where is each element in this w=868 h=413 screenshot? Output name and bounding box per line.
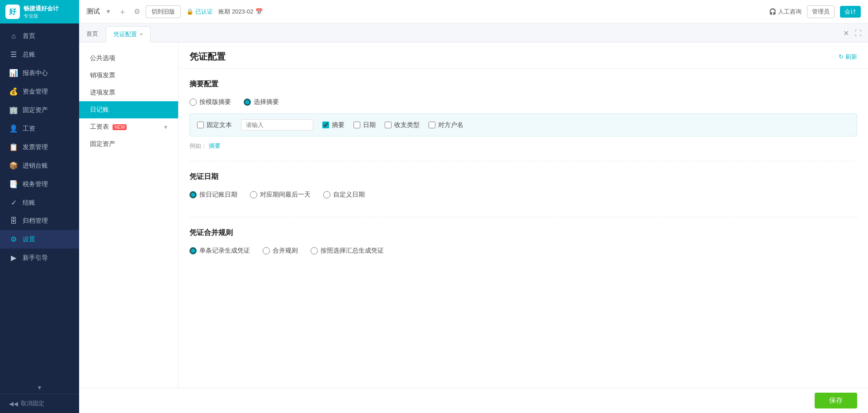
tab-close-icon[interactable]: × — [140, 31, 143, 38]
wage-icon: 👤 — [9, 124, 18, 133]
close-period-icon: ✓ — [9, 198, 18, 207]
date-radio-group: 按日记账日期 对应期间最后一天 自定义日期 — [189, 191, 857, 199]
date-radio-custom[interactable]: 自定义日期 — [323, 191, 365, 199]
cancel-fixed-btn[interactable]: ◀◀ 取消固定 — [0, 394, 79, 413]
save-button[interactable]: 保存 — [815, 393, 857, 408]
sidebar-item-archive[interactable]: 🗄 归档管理 — [0, 212, 79, 230]
right-panel: 凭证配置 ↻ 刷新 摘要配置 按模版摘要 — [179, 42, 868, 413]
checkbox-date[interactable]: 日期 — [354, 121, 376, 129]
tab-voucher-config[interactable]: 凭证配置 × — [106, 26, 151, 42]
nav-fixed-assets[interactable]: 固定资产 — [79, 136, 178, 153]
topbar: 测试 ▼ ＋ ⚙ 切到旧版 🔒 已认证 账期 2023-02 📅 🎧 人工咨询 … — [79, 0, 868, 23]
summary-radio-group: 按模版摘要 选择摘要 — [189, 98, 857, 106]
fixed-text-input[interactable] — [241, 119, 313, 131]
select-summary-input[interactable] — [311, 247, 318, 254]
sidebar-item-invoice[interactable]: 📋 发票管理 — [0, 138, 79, 156]
abstract-checkbox[interactable] — [322, 122, 329, 128]
date-title: 凭证日期 — [189, 172, 857, 182]
calendar-icon[interactable]: 📅 — [255, 8, 263, 15]
refresh-button[interactable]: ↻ 刷新 — [839, 53, 857, 61]
sidebar-item-tax[interactable]: 📑 税务管理 — [0, 175, 79, 193]
sidebar-item-report[interactable]: 📊 报表中心 — [0, 64, 79, 82]
summary-section: 摘要配置 按模版摘要 选择摘要 — [189, 69, 857, 161]
sidebar-nav: ⌂ 首页 ☰ 总账 📊 报表中心 💰 资金管理 🏢 固定资产 👤 工资 📋 发票… — [0, 23, 79, 382]
sidebar-item-settings[interactable]: ⚙ 设置 — [0, 230, 79, 249]
role-button[interactable]: 会计 — [840, 6, 861, 18]
custom-date-input[interactable] — [323, 191, 330, 198]
headset-icon: 🎧 — [769, 8, 776, 15]
expand-tab-button[interactable]: ⛶ — [854, 28, 863, 38]
tab-home[interactable]: 首页 — [79, 26, 106, 42]
ledger-icon: ☰ — [9, 50, 18, 59]
merge-section: 凭证合并规则 单条记录生成凭证 合并规则 按照选择汇总生成凭证 — [189, 217, 857, 273]
switch-version-button[interactable]: 切到旧版 — [146, 5, 181, 18]
summary-template-input[interactable] — [189, 99, 197, 106]
asset-icon: 🏢 — [9, 106, 18, 114]
single-record-input[interactable] — [189, 247, 197, 254]
sidebar-item-fund[interactable]: 💰 资金管理 — [0, 82, 79, 101]
project-name: 测试 — [86, 7, 100, 16]
add-project-icon[interactable]: ＋ — [117, 6, 128, 17]
checkbox-pay-type[interactable]: 收支类型 — [385, 121, 420, 129]
sidebar-item-wage[interactable]: 👤 工资 — [0, 119, 79, 138]
tabbar: 首页 凭证配置 × ✕ ⛶ — [79, 23, 868, 42]
counterpart-checkbox[interactable] — [429, 122, 435, 128]
merge-radio-group: 单条记录生成凭证 合并规则 按照选择汇总生成凭证 — [189, 247, 857, 255]
nav-journal[interactable]: 日记账 — [79, 101, 178, 118]
bottom-bar: 保存 — [79, 388, 868, 413]
date-section: 凭证日期 按日记账日期 对应期间最后一天 自定义日期 — [189, 161, 857, 217]
tax-icon: 📑 — [9, 180, 18, 188]
pay-type-checkbox[interactable] — [385, 122, 392, 128]
fixed-text-checkbox[interactable] — [197, 122, 204, 128]
sidebar-item-guide[interactable]: ▶ 新手引导 — [0, 249, 79, 267]
summary-select-input[interactable] — [244, 99, 251, 106]
sidebar-item-asset[interactable]: 🏢 固定资产 — [0, 101, 79, 119]
summary-radio-template[interactable]: 按模版摘要 — [189, 98, 231, 106]
date-checkbox[interactable] — [354, 122, 360, 128]
sidebar-scroll-down[interactable]: ▼ — [0, 382, 79, 394]
merge-radio-single[interactable]: 单条记录生成凭证 — [189, 247, 250, 255]
merge-rule-input[interactable] — [263, 247, 270, 254]
admin-button[interactable]: 管理员 — [807, 5, 835, 18]
project-chevron-icon[interactable]: ▼ — [105, 8, 111, 15]
payroll-chevron-icon: ▾ — [164, 123, 167, 131]
trade-icon: 📦 — [9, 161, 18, 170]
sidebar-item-close[interactable]: ✓ 结账 — [0, 193, 79, 212]
close-tab-button[interactable]: ✕ — [842, 28, 850, 38]
summary-radio-select[interactable]: 选择摘要 — [244, 98, 279, 106]
summary-title: 摘要配置 — [189, 80, 857, 89]
new-badge: NEW — [113, 124, 127, 130]
merge-radio-select-summary[interactable]: 按照选择汇总生成凭证 — [311, 247, 384, 255]
main-area: 测试 ▼ ＋ ⚙ 切到旧版 🔒 已认证 账期 2023-02 📅 🎧 人工咨询 … — [79, 0, 868, 413]
summary-checkbox-row: 固定文本 摘要 日期 收支类型 — [189, 113, 857, 136]
period-last-input[interactable] — [250, 191, 257, 198]
checkbox-counterpart[interactable]: 对方户名 — [429, 121, 463, 129]
sidebar-item-ledger[interactable]: ☰ 总账 — [0, 45, 79, 64]
consult-btn[interactable]: 🎧 人工咨询 — [769, 8, 802, 16]
checkbox-abstract[interactable]: 摘要 — [322, 121, 344, 129]
page-header: 凭证配置 ↻ 刷新 — [179, 42, 868, 69]
nav-payroll[interactable]: 工资表 NEW ▾ — [79, 118, 178, 136]
content-area: 公共选项 销项发票 进项发票 日记账 工资表 NEW ▾ 固定资产 ▼ — [79, 42, 868, 413]
nav-public[interactable]: 公共选项 — [79, 50, 178, 67]
fund-icon: 💰 — [9, 87, 18, 96]
page-title: 凭证配置 — [189, 51, 226, 63]
nav-sales-invoice[interactable]: 销项发票 — [79, 67, 178, 84]
certified-status: 🔒 已认证 — [186, 8, 213, 16]
sidebar-logo-text: 畅捷通好会计 专业版 — [24, 5, 59, 19]
nav-purchase-invoice[interactable]: 进项发票 — [79, 84, 178, 101]
date-radio-journal[interactable]: 按日记账日期 — [189, 191, 237, 199]
left-panel: 公共选项 销项发票 进项发票 日记账 工资表 NEW ▾ 固定资产 ▼ — [79, 42, 179, 413]
journal-date-input[interactable] — [189, 191, 197, 198]
topbar-gear-icon[interactable]: ⚙ — [134, 7, 140, 16]
tabbar-actions: ✕ ⛶ — [842, 28, 863, 38]
refresh-icon: ↻ — [839, 53, 844, 60]
sidebar-logo: 好 畅捷通好会计 专业版 — [0, 0, 79, 23]
guide-icon: ▶ — [9, 253, 18, 262]
sidebar-item-trade[interactable]: 📦 进销台账 — [0, 156, 79, 175]
date-radio-period-last[interactable]: 对应期间最后一天 — [250, 191, 311, 199]
checkbox-fixed-text[interactable]: 固定文本 — [197, 121, 232, 129]
sidebar-item-home[interactable]: ⌂ 首页 — [0, 27, 79, 45]
home-icon: ⌂ — [9, 32, 18, 40]
merge-radio-rule[interactable]: 合并规则 — [263, 247, 298, 255]
